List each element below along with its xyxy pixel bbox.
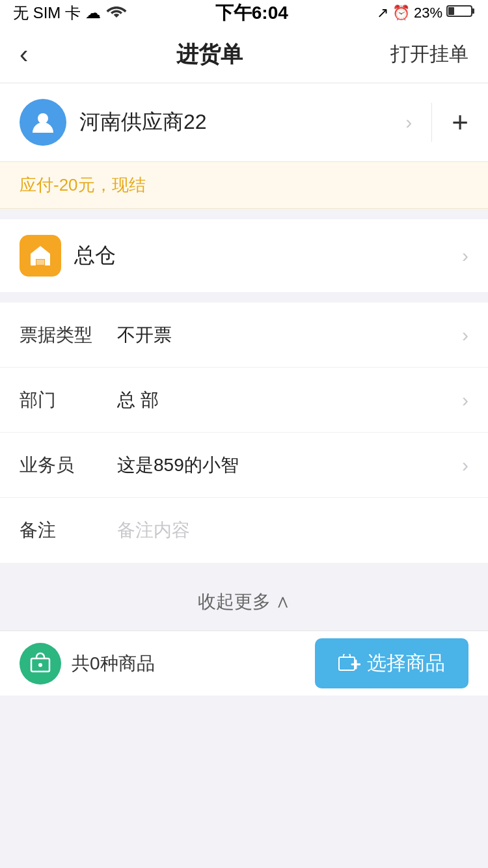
bottom-bar: 共0种商品 选择商品 xyxy=(0,631,488,696)
no-sim-text: 无 SIM 卡 ☁ xyxy=(13,3,101,23)
supplier-row[interactable]: 河南供应商22 › + xyxy=(0,83,488,161)
salesman-row[interactable]: 业务员 这是859的小智 › xyxy=(0,433,488,498)
svg-rect-1 xyxy=(472,8,474,14)
salesman-label: 业务员 xyxy=(20,453,111,478)
wifi-icon xyxy=(106,4,127,22)
supplier-avatar xyxy=(20,99,66,146)
content: 河南供应商22 › + 应付-20元，现结 总仓 › 票据 xyxy=(0,83,488,868)
status-time: 下午6:04 xyxy=(215,1,288,25)
salesman-chevron-icon: › xyxy=(462,454,468,476)
product-icon xyxy=(20,643,61,685)
supplier-right: › + xyxy=(405,103,468,142)
department-chevron-icon: › xyxy=(462,389,468,411)
battery-icon xyxy=(446,4,475,22)
status-left: 无 SIM 卡 ☁ xyxy=(13,3,127,23)
warehouse-chevron-icon: › xyxy=(462,245,468,267)
svg-rect-2 xyxy=(448,7,454,15)
collapse-label: 收起更多 ∧ xyxy=(198,590,291,614)
battery-text: 23% xyxy=(414,5,442,21)
product-count-label: 共0种商品 xyxy=(72,651,315,676)
notice-banner: 应付-20元，现结 xyxy=(0,161,488,209)
supplier-chevron-icon: › xyxy=(405,111,412,133)
department-row[interactable]: 部门 总 部 › xyxy=(0,368,488,433)
status-bar: 无 SIM 卡 ☁ 下午6:04 ↗ ⏰ 23% xyxy=(0,0,488,26)
remark-input[interactable]: 备注内容 xyxy=(111,518,468,543)
divider xyxy=(431,103,432,142)
select-product-label: 选择商品 xyxy=(367,650,445,677)
salesman-value: 这是859的小智 xyxy=(111,453,462,478)
status-right: ↗ ⏰ 23% xyxy=(377,4,475,22)
nav-bar: ‹ 进货单 打开挂单 xyxy=(0,26,488,83)
back-button[interactable]: ‹ xyxy=(20,40,28,69)
alarm-icon: ⏰ xyxy=(392,5,410,21)
invoice-type-label: 票据类型 xyxy=(20,323,111,347)
add-supplier-button[interactable]: + xyxy=(452,108,468,137)
invoice-type-row[interactable]: 票据类型 不开票 › xyxy=(0,303,488,368)
svg-point-7 xyxy=(38,663,42,667)
form-section: 票据类型 不开票 › 部门 总 部 › 业务员 这是859的小智 › 备注 备注… xyxy=(0,303,488,563)
remark-row[interactable]: 备注 备注内容 xyxy=(0,498,488,563)
warehouse-section[interactable]: 总仓 › xyxy=(0,219,488,292)
location-icon: ↗ xyxy=(377,5,388,21)
warehouse-row[interactable]: 总仓 › xyxy=(0,219,488,292)
invoice-type-value: 不开票 xyxy=(111,323,462,347)
svg-rect-5 xyxy=(36,260,44,265)
department-label: 部门 xyxy=(20,388,111,413)
page-title: 进货单 xyxy=(176,40,243,70)
svg-point-3 xyxy=(38,113,48,124)
select-product-button[interactable]: 选择商品 xyxy=(315,638,468,688)
collapse-button[interactable]: 收起更多 ∧ xyxy=(0,573,488,631)
department-value: 总 部 xyxy=(111,388,462,413)
invoice-type-chevron-icon: › xyxy=(462,324,468,346)
remark-label: 备注 xyxy=(20,518,111,543)
supplier-name: 河南供应商22 xyxy=(79,108,405,137)
supplier-section: 河南供应商22 › + 应付-20元，现结 xyxy=(0,83,488,209)
warehouse-icon xyxy=(20,235,61,277)
gray-fill-area xyxy=(0,696,488,868)
open-pending-button[interactable]: 打开挂单 xyxy=(390,41,468,68)
warehouse-label: 总仓 xyxy=(74,241,462,270)
